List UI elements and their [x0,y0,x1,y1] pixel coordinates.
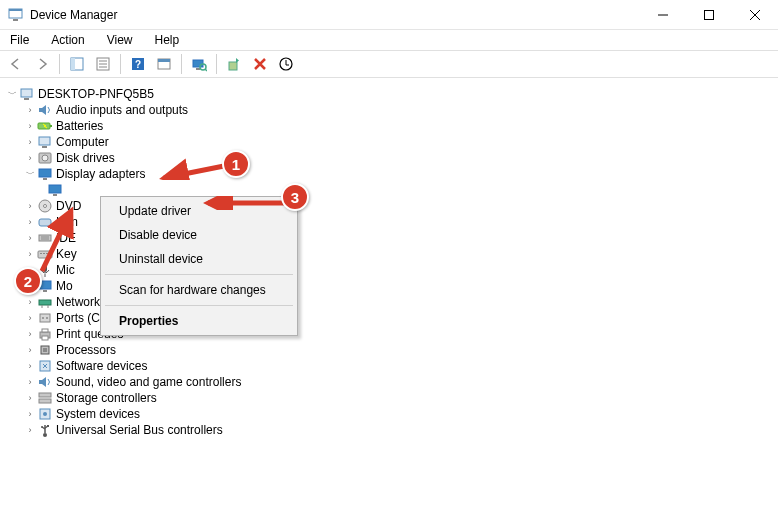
menu-action[interactable]: Action [47,32,88,48]
tree-category[interactable]: ›Audio inputs and outputs [6,102,772,118]
svg-point-65 [43,433,47,437]
update-driver-button[interactable] [222,52,246,76]
svg-point-54 [46,317,48,319]
ctx-properties[interactable]: Properties [103,309,295,333]
chevron-right-icon[interactable]: › [24,424,36,436]
chevron-right-icon[interactable]: › [24,232,36,244]
chevron-down-icon[interactable]: ﹀ [6,88,18,100]
toolbar: ? [0,50,778,78]
tree-category-label: Computer [56,134,109,150]
action-button[interactable] [152,52,176,76]
svg-line-20 [205,69,207,71]
back-button[interactable] [4,52,28,76]
chevron-right-icon[interactable]: › [24,136,36,148]
svg-rect-34 [53,194,57,196]
tree-root[interactable]: ﹀DESKTOP-PNFQ5B5 [6,86,772,102]
menu-help[interactable]: Help [151,32,184,48]
svg-rect-8 [71,58,75,70]
system-icon [37,406,53,422]
chevron-right-icon[interactable]: › [24,312,36,324]
forward-button[interactable] [30,52,54,76]
uninstall-device-button[interactable] [248,52,272,76]
svg-rect-17 [193,60,203,67]
chevron-right-icon[interactable]: › [24,344,36,356]
usb-icon [37,422,53,438]
printer-icon [37,326,53,342]
chevron-right-icon[interactable]: › [24,120,36,132]
svg-rect-23 [21,89,32,97]
svg-line-69 [164,166,224,178]
ctx-separator [105,305,293,306]
tree-category[interactable]: ›Processors [6,342,772,358]
show-hide-tree-button[interactable] [65,52,89,76]
chevron-right-icon[interactable]: › [24,152,36,164]
svg-point-67 [41,426,43,428]
chevron-down-icon[interactable]: ﹀ [24,168,36,180]
svg-line-70 [42,211,71,271]
annotation-badge-3: 3 [281,183,309,211]
chevron-right-icon[interactable]: › [24,296,36,308]
menu-file[interactable]: File [6,32,33,48]
tree-category-label: Storage controllers [56,390,157,406]
chevron-right-icon[interactable]: › [24,360,36,372]
context-menu: Update driver Disable device Uninstall d… [100,196,298,336]
chevron-right-icon[interactable]: › [24,104,36,116]
app-icon [8,7,24,23]
chevron-right-icon[interactable]: › [24,408,36,420]
ctx-disable-device[interactable]: Disable device [103,223,295,247]
svg-rect-28 [42,146,47,148]
tree-category-label: Batteries [56,118,103,134]
tree-category-label: Display adapters [56,166,145,182]
tree-category[interactable]: ﹀Display adapters [6,166,772,182]
tree-category[interactable]: ›Software devices [6,358,772,374]
disable-device-button[interactable] [274,52,298,76]
chevron-right-icon[interactable]: › [24,328,36,340]
tree-category[interactable]: ›System devices [6,406,772,422]
scan-hardware-button[interactable] [187,52,211,76]
svg-rect-33 [49,185,61,193]
close-button[interactable] [732,0,778,30]
tree-category-label: Sound, video and game controllers [56,374,241,390]
svg-rect-61 [39,393,51,397]
chevron-right-icon[interactable]: › [24,216,36,228]
chevron-right-icon[interactable]: › [24,392,36,404]
network-icon [37,294,53,310]
titlebar: Device Manager [0,0,778,30]
tree-category[interactable]: ›Storage controllers [6,390,772,406]
tree-category[interactable]: ›Disk drives [6,150,772,166]
svg-rect-62 [39,399,51,403]
tree-category[interactable]: ›Computer [6,134,772,150]
menu-view[interactable]: View [103,32,137,48]
tree-category-label: Processors [56,342,116,358]
svg-rect-68 [47,425,49,427]
svg-rect-24 [24,98,29,100]
ctx-scan-hardware[interactable]: Scan for hardware changes [103,278,295,302]
annotation-arrow-1 [158,158,228,180]
annotation-arrow-3 [202,196,288,210]
svg-rect-56 [42,329,48,332]
computer-icon [19,86,35,102]
svg-rect-2 [13,19,18,21]
svg-rect-1 [9,9,22,11]
svg-point-53 [42,317,44,319]
help-button[interactable]: ? [126,52,150,76]
menubar: File Action View Help [0,30,778,50]
tree-category[interactable]: ›Sound, video and game controllers [6,374,772,390]
tree-category-label: Mo [56,278,73,294]
window-controls [640,0,778,30]
tree-category-label: Universal Serial Bus controllers [56,422,223,438]
maximize-button[interactable] [686,0,732,30]
tree-category[interactable]: ›Universal Serial Bus controllers [6,422,772,438]
disk-icon [37,150,53,166]
battery-icon [37,118,53,134]
minimize-button[interactable] [640,0,686,30]
chevron-right-icon[interactable]: › [24,200,36,212]
ctx-uninstall-device[interactable]: Uninstall device [103,247,295,271]
tree-category-label: System devices [56,406,140,422]
tree-root-label: DESKTOP-PNFQ5B5 [38,86,154,102]
tree-category[interactable]: ›Batteries [6,118,772,134]
chevron-right-icon[interactable]: › [24,248,36,260]
monitor-icon [37,166,53,182]
properties-button[interactable] [91,52,115,76]
chevron-right-icon[interactable]: › [24,376,36,388]
